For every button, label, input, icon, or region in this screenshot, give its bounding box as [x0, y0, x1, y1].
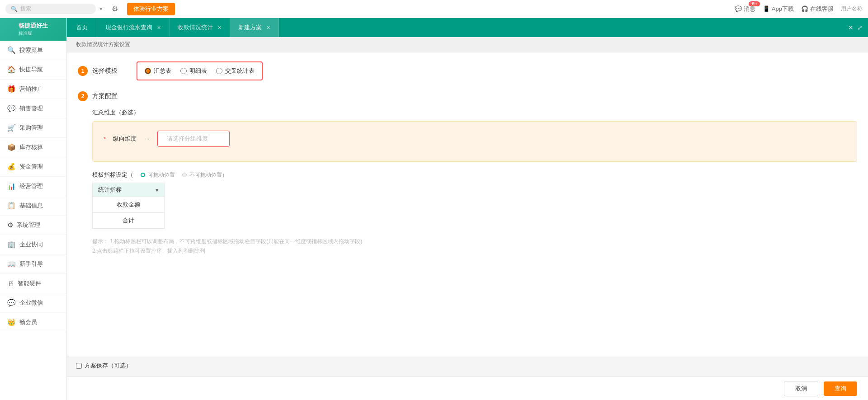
system-icon: ⚙: [7, 221, 13, 229]
sidebar-item-inventory[interactable]: 📦 库存核算: [0, 138, 66, 157]
sidebar-item-label: 库存核算: [19, 143, 43, 151]
metric-table-header[interactable]: 统计指标 ▾: [93, 183, 164, 197]
tab-receipt-stat[interactable]: 收款情况统计 ✕: [170, 18, 230, 37]
sidebar-item-label: 基础信息: [19, 202, 43, 210]
non-draggable-dot: [182, 173, 187, 177]
radio-group-template: 汇总表 明细表 交叉统计表: [145, 67, 255, 75]
sidebar-item-search-menu[interactable]: 🔍 搜索菜单: [0, 41, 66, 60]
metric-dropdown-icon[interactable]: ▾: [156, 187, 159, 193]
sidebar: 畅捷通好生 标准版 🔍 搜索菜单 🏠 快捷导航 🎁 营销推广 💬 销售管理 🛒 …: [0, 18, 67, 400]
metric-table: 统计指标 ▾ 收款金额 合计: [92, 183, 165, 229]
funds-icon: 💰: [7, 163, 16, 171]
tab-cashflow-label: 现金银行流水查询: [105, 24, 152, 32]
sidebar-item-purchase[interactable]: 🛒 采购管理: [0, 118, 66, 138]
tab-home[interactable]: 首页: [67, 18, 97, 37]
tab-bar: 首页 现金银行流水查询 ✕ 收款情况统计 ✕ 新建方案 ✕ ✕ ⤢: [67, 18, 868, 37]
tab-expand-icon[interactable]: ⤢: [857, 24, 863, 31]
sidebar-item-hardware[interactable]: 🖥 智能硬件: [0, 274, 66, 293]
sidebar-item-marketing[interactable]: 🎁 营销推广: [0, 80, 66, 99]
purchase-icon: 🛒: [7, 124, 16, 132]
sidebar-item-guide[interactable]: 📖 新手引导: [0, 254, 66, 274]
cancel-button[interactable]: 取消: [784, 381, 818, 396]
metric-section: 模板指标设定（ 可拖动位置 不可拖动位置）: [92, 171, 857, 229]
step1-section: 1 选择模板 汇总表 明细表: [78, 61, 857, 80]
gear-button[interactable]: ⚙: [106, 0, 123, 18]
tab-close-all-icon[interactable]: ✕: [848, 24, 854, 31]
sidebar-item-basic-info[interactable]: 📋 基础信息: [0, 196, 66, 216]
radio-summary[interactable]: 汇总表: [145, 67, 171, 75]
search-placeholder: 搜索: [20, 5, 31, 13]
tab-controls: ✕ ⤢: [843, 18, 868, 37]
radio-summary-input[interactable]: [145, 68, 151, 74]
step2-num: 2: [78, 91, 88, 101]
logo-main: 畅捷通好生: [19, 22, 48, 30]
step1-num: 1: [78, 66, 88, 76]
sidebar-item-system[interactable]: ⚙ 系统管理: [0, 216, 66, 235]
app-icon: 📱: [763, 5, 770, 12]
radio-detail-input[interactable]: [180, 68, 187, 74]
sales-icon: 💬: [7, 104, 16, 113]
dimension-label-text: 汇总维度（必选）: [92, 109, 139, 116]
trial-button[interactable]: 体验行业方案: [127, 3, 175, 15]
wechat-icon: 💬: [7, 299, 16, 307]
metric-table-header-label: 统计指标: [98, 186, 122, 194]
sidebar-item-label: 企业微信: [19, 299, 43, 307]
radio-cross[interactable]: 交叉统计表: [216, 67, 255, 75]
sidebar-item-operations[interactable]: 📊 经营管理: [0, 177, 66, 196]
save-plan-checkbox-label[interactable]: 方案保存（可选）: [76, 362, 859, 370]
tab-receipt-stat-label: 收款情况统计: [178, 24, 213, 32]
online-service-button[interactable]: 🎧 在线客服: [801, 5, 834, 13]
app-label: App下载: [772, 5, 794, 13]
sidebar-item-label: 采购管理: [19, 124, 43, 132]
step2-header: 2 方案配置: [78, 91, 857, 101]
sidebar-item-label: 智能硬件: [18, 279, 41, 287]
tips-section: 提示： 1.拖动标题栏可以调整布局，不可跨维度或指标区域拖动栏目字段(只能在同一…: [92, 238, 857, 255]
inventory-icon: 📦: [7, 143, 16, 151]
tab-receipt-stat-close[interactable]: ✕: [217, 25, 222, 31]
dimension-area: * 纵向维度 → 请选择分组维度: [92, 121, 857, 162]
required-star: *: [104, 136, 106, 142]
sidebar-item-quick-nav[interactable]: 🏠 快捷导航: [0, 60, 66, 80]
content-area: 首页 现金银行流水查询 ✕ 收款情况统计 ✕ 新建方案 ✕ ✕ ⤢ 收款: [67, 18, 868, 400]
sidebar-item-label: 经营管理: [19, 182, 43, 190]
hardware-icon: 🖥: [7, 280, 14, 287]
sidebar-item-label: 新手引导: [19, 260, 43, 268]
form-wrap: 1 选择模板 汇总表 明细表: [67, 52, 868, 356]
search-bar[interactable]: 🔍 搜索: [5, 4, 96, 14]
query-button[interactable]: 查询: [824, 381, 857, 396]
app-download-button[interactable]: 📱 App下载: [763, 5, 794, 13]
step2-title: 方案配置: [92, 92, 118, 100]
tab-cashflow[interactable]: 现金银行流水查询 ✕: [97, 18, 170, 37]
step1-header: 1 选择模板 汇总表 明细表: [78, 61, 857, 80]
save-plan-checkbox[interactable]: [76, 363, 82, 369]
tab-new-plan[interactable]: 新建方案 ✕: [230, 18, 279, 37]
service-label: 在线客服: [810, 5, 834, 13]
message-button[interactable]: 💬 消息 99+: [735, 5, 755, 13]
sidebar-item-label: 畅会员: [19, 318, 37, 326]
sidebar-item-enterprise[interactable]: 🏢 企业协同: [0, 235, 66, 254]
metric-label-text: 模板指标设定（: [92, 171, 133, 179]
radio-detail-label: 明细表: [189, 67, 207, 75]
dimension-select[interactable]: 请选择分组维度: [157, 131, 230, 147]
sidebar-item-sales[interactable]: 💬 销售管理: [0, 99, 66, 118]
sidebar-item-label: 资金管理: [19, 163, 43, 171]
dropdown-icon[interactable]: ▾: [99, 5, 103, 12]
radio-detail[interactable]: 明细表: [180, 67, 207, 75]
step1-title: 选择模板: [92, 67, 118, 75]
metric-cell-amount-text: 收款金额: [117, 201, 140, 208]
service-icon: 🎧: [801, 5, 808, 12]
marketing-icon: 🎁: [7, 85, 16, 93]
sidebar-item-member[interactable]: 👑 畅会员: [0, 313, 66, 332]
sidebar-item-wechat[interactable]: 💬 企业微信: [0, 293, 66, 313]
sidebar-item-label: 搜索菜单: [19, 46, 43, 54]
tab-new-plan-close[interactable]: ✕: [266, 25, 270, 31]
dimension-row: * 纵向维度 → 请选择分组维度: [104, 131, 230, 147]
enterprise-icon: 🏢: [7, 240, 16, 249]
dimension-subsection: 汇总维度（必选） * 纵向维度 → 请选择分组维度: [78, 108, 857, 162]
radio-cross-input[interactable]: [216, 68, 222, 74]
sidebar-item-label: 快捷导航: [19, 66, 43, 74]
tab-cashflow-close[interactable]: ✕: [157, 25, 161, 31]
sidebar-item-funds[interactable]: 💰 资金管理: [0, 157, 66, 177]
user-name: 用户名称: [841, 5, 863, 13]
search-icon: 🔍: [11, 6, 18, 12]
